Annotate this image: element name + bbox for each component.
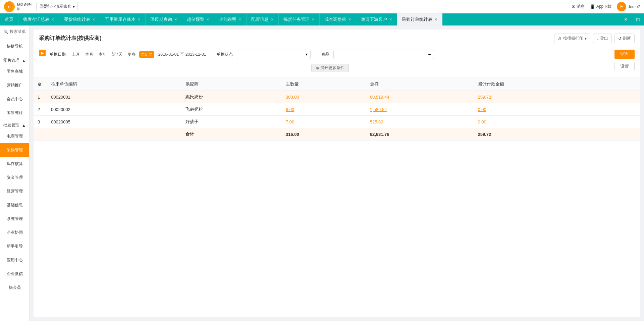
- sidebar-item-ecommerce[interactable]: 电商管理: [0, 129, 29, 143]
- template-chevron-icon: ▾: [585, 36, 587, 41]
- row-amount-3: 525.80: [366, 116, 474, 128]
- paid-link-2[interactable]: 0.00: [478, 107, 486, 112]
- date-btn-custom[interactable]: 自定义: [139, 51, 154, 58]
- logo-text: 畅捷通好生意: [17, 3, 34, 11]
- table-footer: 合计 316.00 62,631.76 259.72: [34, 128, 640, 141]
- date-btn-this-month[interactable]: 本月: [83, 51, 95, 58]
- date-btn-more[interactable]: 更多: [126, 51, 138, 58]
- export-button[interactable]: ↓ 导出: [593, 34, 612, 43]
- table-header: ⚙ 往来单位编码 供应商 主数量 金额 累计付款金额: [34, 78, 640, 91]
- filter-toggle-btn[interactable]: ▶: [39, 50, 46, 56]
- search-icon: 🔍: [3, 30, 8, 34]
- date-btn-this-year[interactable]: 本年: [97, 51, 109, 58]
- quantity-link-3[interactable]: 7.00: [286, 119, 294, 124]
- row-quantity-1: 303.00: [282, 91, 366, 103]
- tab-chengben-close-icon[interactable]: ✕: [348, 17, 351, 22]
- tab-close-icon[interactable]: ✕: [620, 13, 632, 25]
- refresh-button[interactable]: ↺ 刷新: [614, 34, 635, 43]
- logo: 好 畅捷通好生意: [4, 1, 34, 12]
- sidebar-item-marketing[interactable]: 营销推广: [0, 78, 29, 92]
- tab-chengben[interactable]: 成本调整单 ✕: [320, 13, 356, 25]
- sidebar-wechat-label: 企业微信: [7, 271, 23, 277]
- amount-link-3[interactable]: 525.80: [370, 119, 383, 124]
- sidebar-item-finance[interactable]: 资金管理: [0, 171, 29, 184]
- message-btn[interactable]: ✉ 消息: [572, 4, 585, 9]
- sidebar-item-vip[interactable]: 畅会员: [0, 281, 29, 295]
- table-settings-icon[interactable]: ⚙: [38, 82, 42, 87]
- tab-gongneng-close-icon[interactable]: ✕: [238, 17, 241, 22]
- tab-yaohuo-label: 要货单统计表: [64, 16, 90, 22]
- expand-icon: ⊕: [316, 66, 319, 70]
- tab-keyongliang[interactable]: 可用量库存账本 ✕: [100, 13, 146, 25]
- app-download-btn[interactable]: 📱 App下载: [590, 4, 611, 9]
- tab-peizhi[interactable]: 配置信息 ✕: [247, 13, 279, 25]
- date-btn-7days[interactable]: 近7天: [110, 51, 124, 58]
- sidebar-retail-stats-label: 零售统计: [7, 110, 23, 116]
- expand-more-btn[interactable]: ⊕ 展开更多条件: [311, 64, 349, 72]
- tab-caigou-active[interactable]: 采购订单统计表 ✕: [397, 13, 442, 25]
- quantity-link-1[interactable]: 303.00: [286, 95, 299, 100]
- sidebar-item-operations[interactable]: 经营管理: [0, 184, 29, 198]
- sidebar-item-newbie[interactable]: 新手引导: [0, 239, 29, 253]
- refresh-icon: ↺: [618, 36, 622, 41]
- settings-button[interactable]: 设置: [614, 62, 635, 71]
- user-info[interactable]: E demo2: [617, 2, 640, 11]
- sidebar-retail-arrow-icon: ▲: [22, 58, 26, 63]
- tab-peizhi-close-icon[interactable]: ✕: [271, 17, 274, 22]
- sidebar-item-inventory[interactable]: 库存核算: [0, 157, 29, 171]
- logo-icon: 好: [4, 1, 15, 12]
- sidebar-item-purchase[interactable]: 采购管理: [0, 143, 29, 157]
- sidebar-item-retail-mgmt[interactable]: 零售管理 ▲: [0, 55, 29, 65]
- summary-empty-1: [34, 128, 47, 141]
- tab-jianhuo[interactable]: 拣货任务管理 ✕: [279, 13, 320, 25]
- tab-jianhuo-close-icon[interactable]: ✕: [312, 17, 315, 22]
- tab-caigou-close-icon[interactable]: ✕: [434, 17, 437, 22]
- summary-paid: 259.72: [474, 128, 608, 141]
- paid-link-3[interactable]: 0.00: [478, 119, 486, 124]
- query-button[interactable]: 查询: [614, 50, 635, 59]
- quantity-link-2[interactable]: 6.00: [286, 107, 294, 112]
- tab-chaochuyujing[interactable]: 超储预警 ✕: [182, 13, 214, 25]
- sidebar-item-retail-stats[interactable]: 零售统计: [0, 106, 29, 120]
- summary-row: 合计 316.00 62,631.76 259.72: [34, 128, 640, 141]
- tab-shoufacun-close-icon[interactable]: ✕: [51, 17, 54, 22]
- tab-gongneng[interactable]: 功能说明 ✕: [214, 13, 247, 25]
- filter-area: ▶ 单据日期 上月 本月 本年 近7天 更多 自定义 2016: [34, 46, 640, 78]
- sidebar-item-retail-shop[interactable]: 零售商城: [0, 65, 29, 78]
- date-btn-last-month[interactable]: 上月: [70, 51, 82, 58]
- sidebar-search[interactable]: 🔍 搜索菜单: [0, 25, 29, 38]
- amount-link-1[interactable]: 60,519.44: [370, 95, 389, 100]
- sidebar-item-collab[interactable]: 企业协同: [0, 226, 29, 239]
- top-bar: 好 畅捷通好生意 母婴行业演示账套 ▾ ✉ 消息 📱 App下载 E demo2: [0, 0, 644, 13]
- sidebar-system-label: 系统管理: [7, 216, 23, 222]
- sidebar-item-apps[interactable]: 应用中心: [0, 253, 29, 267]
- tab-yaohuo[interactable]: 要货单统计表 ✕: [59, 13, 100, 25]
- sidebar-divider-2: [3, 54, 26, 54]
- sidebar-item-member[interactable]: 会员中心: [0, 92, 29, 106]
- template-print-button[interactable]: 🖨 按模板打印 ▾: [554, 34, 590, 43]
- sidebar-item-wechat[interactable]: 企业微信: [0, 267, 29, 281]
- sidebar-item-system[interactable]: 系统管理: [0, 212, 29, 226]
- tab-yaohuo-close-icon[interactable]: ✕: [92, 17, 95, 22]
- tab-yaoqing[interactable]: 邀请下游客户 ✕: [356, 13, 397, 25]
- goods-input[interactable]: ···: [333, 50, 434, 59]
- sidebar-apps-label: 应用中心: [7, 257, 23, 263]
- tab-yaoqing-close-icon[interactable]: ✕: [389, 17, 392, 22]
- tab-baozhi-close-icon[interactable]: ✕: [174, 17, 177, 22]
- tab-baozhi[interactable]: 保质期查询 ✕: [146, 13, 182, 25]
- tab-keyongliang-close-icon[interactable]: ✕: [138, 17, 141, 22]
- status-select[interactable]: ▾: [237, 50, 311, 59]
- tab-home[interactable]: 首页: [0, 13, 18, 25]
- workspace-selector[interactable]: 母婴行业演示账套 ▾: [36, 2, 78, 11]
- sidebar-inventory-label: 库存核算: [7, 161, 23, 167]
- svg-text:好: 好: [8, 6, 11, 9]
- paid-link-1[interactable]: 259.72: [478, 95, 491, 100]
- table-body: 1 00020001 惠氏奶粉 303.00 60,519.44 259.72 …: [34, 91, 640, 128]
- amount-link-2[interactable]: 1,586.52: [370, 107, 387, 112]
- sidebar-item-basic[interactable]: 基础信息: [0, 198, 29, 212]
- sidebar-item-wholesale[interactable]: 批发管理 ▲: [0, 120, 29, 129]
- tab-chaochuyujing-close-icon[interactable]: ✕: [206, 17, 209, 22]
- tab-shoufacun[interactable]: 收发存汇总表 ✕: [18, 13, 59, 25]
- sidebar-item-shortcut[interactable]: 快捷导航: [0, 40, 29, 53]
- tab-expand-icon[interactable]: ⊡: [632, 13, 644, 25]
